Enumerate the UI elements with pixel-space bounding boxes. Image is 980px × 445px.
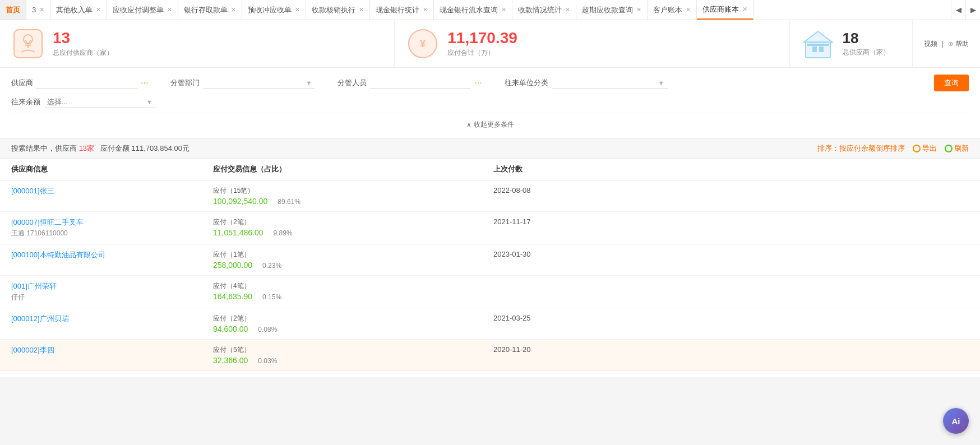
row-1-lastpay: 2021-11-17 [493,217,969,226]
supplier-link-0[interactable]: [000001]张三 [11,187,54,195]
table-row: [001]广州荣轩 仔仔 应付（4笔） 164,635.90 0.15% [0,276,980,308]
total-suppliers-icon [801,27,835,61]
supplier-link-3[interactable]: [001]广州荣轩 [11,282,57,290]
close-tab-cash-bank-stat[interactable]: ✕ [423,6,428,13]
balance-filter-label: 往来余额 [11,97,40,107]
nav-tab-supplier-ledger[interactable]: 供应商账本 ✕ [697,0,754,20]
supplier-input[interactable] [36,77,137,89]
collapse-section: ∧ 收起更多条件 [11,113,969,132]
supplier-link-4[interactable]: [000012]广州贝瑞 [11,314,69,323]
supplier-link-2[interactable]: [000100]本特勤油品有限公司 [11,251,105,259]
row-1-amount[interactable]: 11,051,486.00 [213,228,264,237]
nav-prev-button[interactable]: ◀ [951,0,965,20]
row-2-supplier: [000100]本特勤油品有限公司 [11,250,213,260]
nav-tab-customer-ledger[interactable]: 客户账本 ✕ [648,0,697,20]
top-navigation: 首页 3 ✕ 其他收入单 ✕ 应收应付调整单 ✕ 银行存取款单 ✕ 预收冲应收单… [0,0,980,20]
export-button[interactable]: 导出 [913,143,937,154]
nav-tab-prepay-ar[interactable]: 预收冲应收单 ✕ [242,0,306,20]
header-payable: 应付交易信息（占比） [213,164,493,174]
dept-dropdown[interactable]: ▼ [203,77,315,89]
close-tab-prepay-ar[interactable]: ✕ [295,6,300,13]
payable-total-icon: ¥ [406,27,440,61]
svg-rect-8 [819,47,824,52]
row-2-date: 2023-01-30 [493,250,531,258]
nav-tab-3[interactable]: 3 ✕ [26,0,50,20]
person-dots-button[interactable]: ··· [474,78,482,88]
nav-tab-home[interactable]: 首页 [0,0,26,20]
close-tab-other-income[interactable]: ✕ [96,6,101,13]
row-3-payable-row: 164,635.90 0.15% [213,292,493,301]
close-tab-bank-deposit[interactable]: ✕ [231,6,236,13]
nav-tab-customer-ledger-label: 客户账本 [653,5,682,15]
row-1-date: 2021-11-17 [493,217,531,226]
close-tab-3[interactable]: ✕ [39,6,44,13]
row-2-amount[interactable]: 258,000.00 [213,261,252,270]
supplier-filter-label: 供应商 [11,78,33,88]
balance-dropdown[interactable]: ▼ [44,96,156,108]
close-tab-overdue-ar[interactable]: ✕ [636,6,641,13]
nav-next-button[interactable]: ▶ [965,0,980,20]
payable-total-label: 应付合计（万） [447,48,517,58]
nav-tab-cash-bank-stat[interactable]: 现金银行统计 ✕ [370,0,434,20]
close-tab-ar-ap-adjust[interactable]: ✕ [167,6,172,13]
row-2-payable-row: 258,000.00 0.23% [213,261,493,270]
row-0-date: 2022-08-08 [493,186,531,194]
person-input[interactable] [370,77,471,89]
payable-suppliers-icon: ¥ [11,27,45,61]
close-tab-supplier-ledger[interactable]: ✕ [742,6,747,13]
row-0-amount[interactable]: 100,092,540.00 [213,197,267,206]
row-1-pct: 9.89% [274,229,293,237]
sort-label[interactable]: 排序：按应付余额倒序排序 [817,143,905,154]
nav-tab-receipt-verify[interactable]: 收款核销执行 ✕ [306,0,370,20]
supplier-dots-button[interactable]: ··· [141,78,148,88]
row-5-payable-row: 32,366.00 0.03% [213,356,493,365]
row-2-payable-label: 应付（1笔） [213,250,493,259]
row-5-date: 2020-11-20 [493,345,531,354]
nav-tab-bank-deposit-label: 银行存取款单 [184,5,228,15]
row-1-payable: 应付（2笔） 11,051,486.00 9.89% [213,217,493,237]
filter-item-category: 往来单位分类 ▼ [505,77,668,89]
nav-tab-cash-bank-flow[interactable]: 现金银行流水查询 ✕ [434,0,512,20]
row-5-pct: 0.03% [258,357,277,365]
refresh-label: 刷新 [954,143,969,154]
refresh-button[interactable]: 刷新 [945,143,969,154]
collapse-button[interactable]: ∧ 收起更多条件 [11,118,969,132]
supplier-link-1[interactable]: [000007]恒旺二手叉车 [11,218,84,226]
row-4-payable: 应付（2笔） 94,600.00 0.08% [213,314,493,333]
dept-input[interactable] [206,78,303,87]
close-tab-receipt-stat[interactable]: ✕ [565,6,570,13]
nav-tab-bank-deposit[interactable]: 银行存取款单 ✕ [178,0,242,20]
category-dropdown[interactable]: ▼ [552,77,668,89]
nav-tab-overdue-ar[interactable]: 超期应收款查询 ✕ [576,0,648,20]
stat-info-payable-suppliers: 13 总应付供应商（家） [53,30,113,58]
filter-area: 供应商 ··· 分管部门 ▼ 分管人员 ··· 往来单位分类 ▼ 查询 往来 [0,68,980,139]
category-input[interactable] [555,78,656,87]
row-4-amount[interactable]: 94,600.00 [213,325,248,333]
close-tab-customer-ledger[interactable]: ✕ [686,6,691,13]
row-3-amount[interactable]: 164,635.90 [213,292,252,301]
nav-tab-receipt-stat[interactable]: 收款情况统计 ✕ [512,0,576,20]
nav-tab-overdue-ar-label: 超期应收款查询 [582,5,633,15]
close-tab-receipt-verify[interactable]: ✕ [359,6,364,13]
row-5-supplier: [000002]李四 [11,345,213,355]
svg-rect-5 [806,41,830,58]
balance-input[interactable] [47,98,144,106]
video-link[interactable]: 视频 [924,39,937,49]
header-supplier: 供应商信息 [11,164,213,174]
close-tab-cash-bank-flow[interactable]: ✕ [501,6,506,13]
stat-info-payable-total: 11,170.39 应付合计（万） [447,30,517,58]
row-5-amount[interactable]: 32,366.00 [213,356,248,365]
supplier-link-5[interactable]: [000002]李四 [11,346,54,354]
table-row: [000012]广州贝瑞 应付（2笔） 94,600.00 0.08% 2021… [0,308,980,340]
balance-dropdown-arrow: ▼ [146,99,152,105]
nav-tab-other-income[interactable]: 其他收入单 ✕ [50,0,107,20]
result-bar: 搜索结果中，供应商 13家 应付金额 111,703,854.00元 排序：按应… [0,139,980,159]
help-link[interactable]: ⊙ 帮助 [948,39,969,49]
export-icon [913,145,921,152]
nav-tab-ar-ap-adjust[interactable]: 应收应付调整单 ✕ [107,0,178,20]
row-0-supplier: [000001]张三 [11,186,213,196]
row-2-lastpay: 2023-01-30 [493,250,969,258]
nav-tab-other-income-label: 其他收入单 [56,5,93,15]
search-button[interactable]: 查询 [934,75,969,91]
payable-suppliers-number: 13 [53,30,113,47]
